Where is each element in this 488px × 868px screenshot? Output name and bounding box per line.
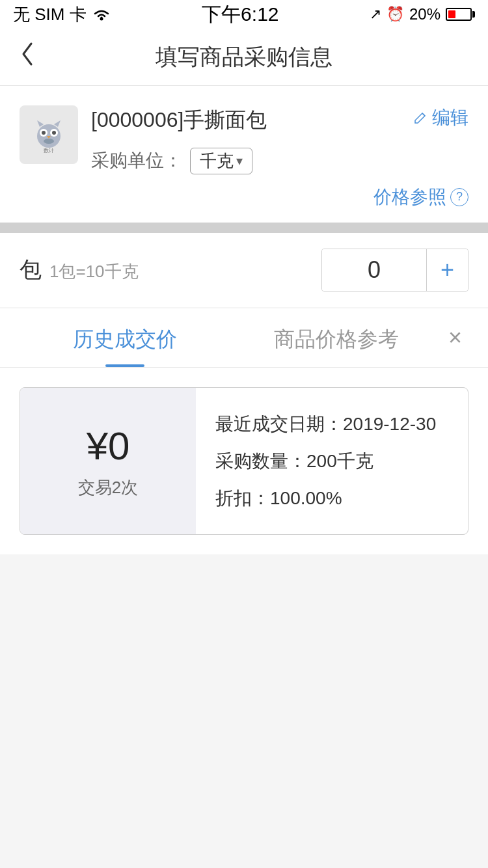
purchase-qty-label: 采购数量：	[215, 451, 306, 471]
recent-date-label: 最近成交日期：	[215, 414, 343, 434]
trade-count: 交易2次	[78, 476, 138, 499]
price-card-left: ¥0 交易2次	[20, 388, 196, 535]
unit-value: 千克	[200, 150, 234, 172]
tab-history-price[interactable]: 历史成交价	[20, 308, 230, 367]
price-card: ¥0 交易2次 最近成交日期：2019-12-30 采购数量：200千克 折扣：…	[20, 387, 468, 536]
product-left: 数计 [0000006]手撕面包 采购单位： 千克 ▾	[20, 105, 267, 174]
carrier-info: 无 SIM 卡	[13, 3, 111, 26]
product-header: 数计 [0000006]手撕面包 采购单位： 千克 ▾	[20, 105, 468, 174]
quantity-input[interactable]	[322, 249, 426, 291]
battery-percent: 20%	[409, 5, 441, 23]
back-button[interactable]	[13, 34, 42, 79]
discount-row: 折扣：100.00%	[215, 485, 448, 511]
quantity-label: 包 1包=10千克	[20, 255, 139, 285]
location-icon: ↗	[370, 6, 381, 23]
svg-point-5	[52, 131, 56, 135]
unit-label: 采购单位：	[91, 148, 182, 173]
alarm-icon: ⏰	[386, 6, 404, 23]
tabs-header: 历史成交价 商品价格参考 ×	[0, 308, 488, 368]
quantity-control: +	[321, 249, 468, 292]
help-icon[interactable]: ?	[450, 188, 468, 206]
product-name: [0000006]手撕面包	[91, 105, 267, 135]
price-panel: ¥0 交易2次 最近成交日期：2019-12-30 采购数量：200千克 折扣：…	[0, 368, 488, 555]
svg-point-4	[42, 131, 46, 135]
purchase-qty-value: 200千克	[306, 451, 373, 471]
quantity-row: 包 1包=10千克 +	[0, 233, 488, 307]
recent-date-row: 最近成交日期：2019-12-30	[215, 411, 448, 437]
svg-text:数计: 数计	[44, 148, 54, 154]
wifi-icon	[92, 7, 111, 21]
unit-selector[interactable]: 千克 ▾	[190, 148, 252, 174]
discount-label: 折扣：	[215, 488, 270, 508]
price-value: 0	[108, 424, 129, 468]
price-ref-button[interactable]: 价格参照 ?	[373, 185, 468, 210]
recent-date-value: 2019-12-30	[343, 414, 436, 434]
purchase-unit-row: 采购单位： 千克 ▾	[91, 148, 267, 174]
status-icons: ↗ ⏰ 20%	[370, 5, 475, 23]
discount-value: 100.00%	[270, 488, 342, 508]
purchase-qty-row: 采购数量：200千克	[215, 448, 448, 474]
currency-symbol: ¥	[87, 424, 108, 468]
tabs-section: 历史成交价 商品价格参考 × ¥0 交易2次 最近成交日期：2019-12-30	[0, 308, 488, 555]
product-actions: 价格参照 ?	[20, 185, 468, 210]
svg-marker-7	[37, 120, 44, 127]
quantity-conversion: 1包=10千克	[49, 260, 139, 283]
battery-icon	[446, 8, 475, 21]
plus-icon: +	[441, 256, 454, 284]
edit-label: 编辑	[432, 105, 468, 130]
page-title: 填写商品采购信息	[156, 42, 332, 72]
tab-price-reference[interactable]: 商品价格参考	[230, 308, 441, 367]
svg-marker-8	[54, 120, 61, 127]
price-ref-label: 价格参照	[373, 185, 446, 210]
product-image: 数计	[29, 115, 68, 154]
unit-dropdown-arrow: ▾	[236, 153, 243, 169]
svg-point-0	[100, 18, 103, 21]
time-display: 下午6:12	[202, 1, 278, 28]
product-info: [0000006]手撕面包 采购单位： 千克 ▾	[91, 105, 267, 174]
edit-button[interactable]: 编辑	[413, 105, 468, 130]
carrier-text: 无 SIM 卡	[13, 3, 87, 26]
quantity-plus-button[interactable]: +	[426, 249, 468, 291]
product-section: 数计 [0000006]手撕面包 采购单位： 千克 ▾	[0, 86, 488, 223]
main-content	[0, 554, 488, 868]
tab-close-button[interactable]: ×	[442, 311, 468, 364]
status-bar: 无 SIM 卡 下午6:12 ↗ ⏰ 20%	[0, 0, 488, 29]
edit-icon	[413, 110, 428, 126]
nav-bar: 填写商品采购信息	[0, 29, 488, 86]
section-divider	[0, 223, 488, 233]
price-card-right: 最近成交日期：2019-12-30 采购数量：200千克 折扣：100.00%	[196, 388, 468, 535]
quantity-unit: 包	[20, 255, 42, 285]
svg-point-6	[44, 139, 54, 144]
product-thumbnail: 数计	[20, 105, 78, 164]
price-amount: ¥0	[87, 424, 130, 468]
svg-line-11	[422, 113, 425, 116]
